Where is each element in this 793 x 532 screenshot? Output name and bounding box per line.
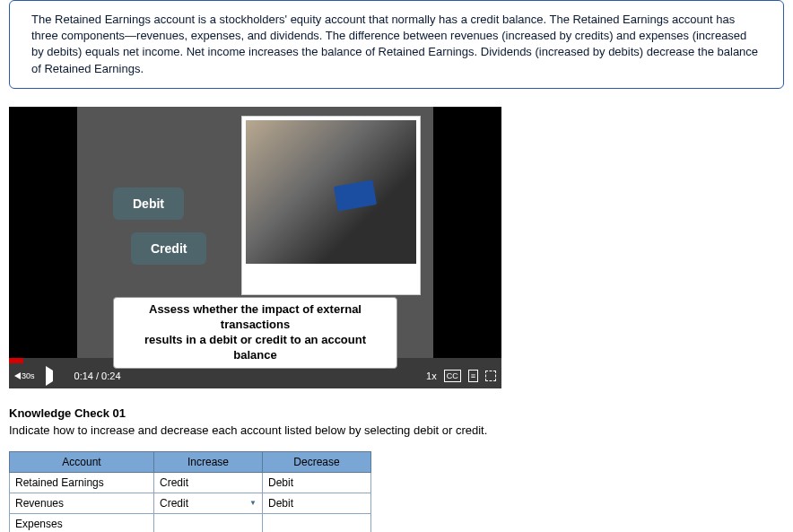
knowledge-check-table: Account Increase Decrease Retained Earni… (9, 451, 371, 532)
time-display: 0:14 / 0:24 (74, 371, 121, 381)
rewind-30s-button[interactable]: 30s (14, 371, 35, 380)
col-account: Account (10, 451, 154, 472)
table-row: Expenses (10, 513, 371, 532)
caption-line-1: Assess whether the impact of external tr… (123, 302, 388, 333)
video-player: Debit Credit Assess whether the impact o… (9, 107, 501, 388)
speed-button[interactable]: 1x (426, 371, 437, 381)
decrease-select[interactable]: Debit (263, 493, 371, 513)
increase-select[interactable]: Credit (154, 472, 263, 493)
chevron-down-icon: ▼ (249, 499, 257, 507)
caption-line-2: results in a debit or credit to an accou… (123, 333, 388, 363)
col-decrease: Decrease (263, 451, 371, 472)
table-header-row: Account Increase Decrease (10, 451, 371, 472)
slide-photo (241, 116, 421, 295)
col-increase: Increase (154, 451, 263, 472)
play-icon (46, 366, 53, 386)
decrease-select[interactable] (263, 513, 371, 532)
decrease-select[interactable]: Debit (263, 472, 371, 493)
credit-button[interactable]: Credit (131, 232, 206, 265)
account-cell: Revenues (10, 493, 154, 513)
cc-button[interactable]: CC (444, 370, 461, 382)
table-row: Revenues Credit▼ Debit (10, 493, 371, 513)
increase-select[interactable] (154, 513, 263, 532)
knowledge-check-title: Knowledge Check 01 (9, 406, 784, 420)
credit-card-graphic (334, 179, 377, 211)
fullscreen-button[interactable] (485, 371, 496, 381)
account-cell: Expenses (10, 513, 154, 532)
knowledge-check-prompt: Indicate how to increase and decrease ea… (9, 423, 784, 437)
table-row: Retained Earnings Credit Debit (10, 472, 371, 493)
account-cell: Retained Earnings (10, 472, 154, 493)
video-stage[interactable]: Debit Credit Assess whether the impact o… (9, 107, 501, 358)
transcript-button[interactable]: ≡ (468, 370, 478, 382)
info-box: The Retained Earnings account is a stock… (9, 0, 784, 89)
increase-select[interactable]: Credit▼ (154, 493, 263, 513)
play-button[interactable] (46, 371, 53, 381)
debit-button[interactable]: Debit (113, 188, 184, 220)
slide-caption: Assess whether the impact of external tr… (113, 297, 397, 369)
